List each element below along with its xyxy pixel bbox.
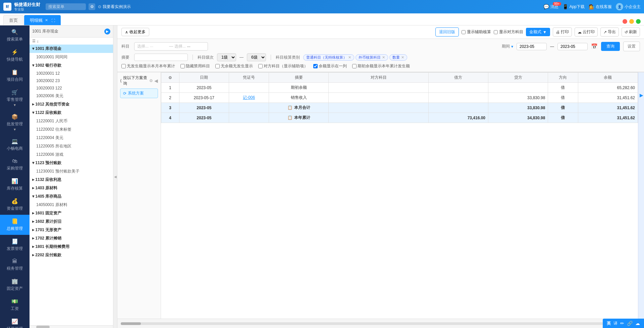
cloud-print-button[interactable]: ☁ 云打印 [575, 27, 598, 37]
sidebar-item-project[interactable]: 📋 项目合同 [0, 66, 30, 86]
sidebar-item-quicknav[interactable]: ⚡ 快捷导航 [0, 46, 30, 66]
link-icon-status[interactable]: 🔗 [627, 321, 633, 326]
back-old-button[interactable]: 退回旧版 [435, 27, 459, 37]
tree-item-1702[interactable]: ▸ 1702 累计摊销 [30, 234, 113, 243]
app-download-button[interactable]: 📱 App下载 [562, 4, 585, 10]
tree-item-1122[interactable]: ▾ 1122 应收账款 [30, 109, 113, 117]
tree-item-14050001[interactable]: 14050001 原材料 [30, 201, 113, 209]
sidebar-item-wholesale[interactable]: 📦 批发管理 ▼ [0, 110, 30, 135]
row-voucher[interactable]: 记-006 [229, 93, 269, 103]
query-collapse-icon[interactable]: ◀ [154, 78, 158, 83]
menu-search-input[interactable] [46, 3, 86, 10]
tree-item-11220006[interactable]: 11220006 游戏 [30, 150, 113, 159]
win-close-button[interactable] [623, 19, 627, 24]
sidebar-item-retail[interactable]: 🛒 零售管理 ▼ [0, 86, 30, 110]
tab-close-icon[interactable]: ✕ [45, 18, 48, 22]
sidebar-item-inventory[interactable]: 📊 库存核算 [0, 175, 30, 195]
date-to-input[interactable] [557, 43, 588, 50]
print-button[interactable]: 🖨 打印 [553, 27, 572, 37]
tree-item-1701[interactable]: ▸ 1701 无形资产 [30, 226, 113, 234]
th-settings[interactable]: ⚙ [161, 73, 179, 83]
tab-detail[interactable]: 明细账 ✕ ⛶ [24, 15, 61, 25]
query-settings-icon[interactable]: ⚙ [149, 78, 153, 83]
checkbox-hide-disabled[interactable]: 隐藏禁用科目 [180, 63, 210, 69]
sidebar-item-ops[interactable]: 📈 经营管理 [0, 315, 30, 328]
message-button[interactable]: 💬 消息 99+ [543, 4, 558, 10]
edit-icon-status[interactable]: ✏ [620, 321, 624, 326]
summary-input[interactable] [134, 54, 188, 61]
tree-item-10020006[interactable]: 10020006 美元 [30, 92, 113, 100]
tree-item-1123[interactable]: ▾ 1123 预付账款 [30, 159, 113, 167]
checkbox-no-balance[interactable]: 无余额无发生显示 [215, 63, 253, 69]
remove-tag-qty[interactable]: ✕ [401, 55, 404, 60]
sidebar-item-purchase[interactable]: 🛍 采购管理 [0, 155, 30, 175]
tab-maximize-icon[interactable]: ⛶ [51, 18, 55, 22]
tree-item-10020002[interactable]: 10020002 23 [30, 77, 113, 84]
win-min-button[interactable] [629, 19, 634, 24]
tree-item-1403[interactable]: ▸ 1403 原材料 [30, 184, 113, 192]
remove-tag-foreign[interactable]: ✕ [382, 55, 385, 60]
account-search-button[interactable]: ▶ [104, 28, 110, 35]
win-max-button[interactable] [636, 19, 641, 24]
show-contra-checkbox[interactable]: 显示对方科目 [494, 29, 523, 35]
tree-item-1132[interactable]: ▸ 1132 应收利息 [30, 176, 113, 184]
query-button[interactable]: 查询 [601, 42, 620, 51]
calendar-icon[interactable]: 📅 [591, 43, 598, 50]
tab-home[interactable]: 首页 [3, 15, 23, 25]
user-menu[interactable]: 👤 小企业主 [616, 3, 641, 10]
checkbox-balance-col[interactable]: 余额显示在一列 [313, 63, 347, 69]
sidebar-item-invoice[interactable]: 🧾 发票管理 [0, 235, 30, 255]
export-button[interactable]: ↗ 导出 [600, 27, 619, 37]
period-dropdown[interactable]: ▾ [511, 44, 513, 49]
translate-btn[interactable]: 英 [607, 321, 611, 326]
show-aux-checkbox[interactable]: 显示辅助核算 [462, 29, 491, 35]
sidebar-item-payroll[interactable]: 💵 工资 [0, 295, 30, 315]
sidebar-item-search[interactable]: 🔍 搜索菜单 [0, 25, 30, 46]
settings-button[interactable]: 设置 [623, 42, 640, 51]
remove-tag-normal[interactable]: ✕ [348, 55, 351, 60]
tree-item-2202[interactable]: ▸ 2202 应付账款 [30, 251, 113, 259]
tree-item-11220001[interactable]: 11220001 人民币 [30, 117, 113, 125]
checkbox-no-amount[interactable]: 无发生额显示本月本年累计 [121, 63, 175, 69]
tree-item-1002[interactable]: ▾ 1002 银行存款 [30, 61, 113, 70]
tree-item-1601[interactable]: ▸ 1601 固定资产 [30, 209, 113, 217]
online-service-button[interactable]: 💁 在线客服 [589, 4, 612, 10]
tree-item-1001[interactable]: ▾ 1001 库存现金 [30, 45, 113, 53]
tree-item-1405[interactable]: ▾ 1405 库存商品 [30, 192, 113, 201]
cloud-icon-status[interactable]: ☁ [635, 321, 640, 326]
sidebar-item-finance[interactable]: 💰 资金管理 [0, 195, 30, 215]
level-from-select[interactable]: 1级2级3级 [217, 53, 236, 61]
tree-item-1602[interactable]: ▸ 1602 累计折旧 [30, 217, 113, 226]
checkbox-ytd[interactable]: 期初余额显示本年累计发生额 [352, 63, 410, 69]
sidebar-item-tax[interactable]: 🏛 税务管理 [0, 255, 30, 275]
demo-link[interactable]: ⊙ 我要看实例演示 [98, 4, 131, 10]
tree-item-1801[interactable]: ▸ 1801 长期待摊费用 [30, 243, 113, 251]
sidebar-item-ecom[interactable]: 💻 小畅电商 [0, 135, 30, 155]
right-panel[interactable]: ▶ [638, 72, 644, 319]
tree-item-10020003[interactable]: 10020003 122 [30, 84, 113, 92]
tree-item-11220002[interactable]: 11220002 往来标签 [30, 125, 113, 134]
tree-item-10020001[interactable]: 10020001 12 [30, 70, 113, 77]
checkbox-contra[interactable]: 对方科目（显示辅助项） [258, 63, 308, 69]
translate-zh-btn[interactable]: 译 [613, 321, 618, 326]
tree-item-11220005[interactable]: 11220005 所在地区 [30, 142, 113, 150]
subject-input-wrap[interactable]: 选择... ··· — 选择... ··· [134, 42, 208, 51]
date-from-input[interactable] [517, 43, 547, 50]
tree-item-1012[interactable]: ▸ 1012 其他货币资金 [30, 100, 113, 109]
level-to-select[interactable]: 6级5级 [247, 53, 266, 61]
system-scheme-item[interactable]: ⟳ 系统方案 [120, 88, 158, 98]
filter-icon[interactable]: ☰ [32, 39, 36, 43]
tree-item-11220004[interactable]: 11220004 美元 [30, 134, 113, 142]
tree-item-11230001[interactable]: 11230001 预付账款美子 [30, 167, 113, 176]
horizontal-scrollbar[interactable] [121, 322, 641, 325]
sort-icon[interactable]: ↕ [37, 39, 39, 43]
row-voucher [229, 103, 269, 113]
sidebar-item-ledger[interactable]: 📒 总账管理 [0, 215, 30, 235]
tree-item-10010001[interactable]: 10010001 同同同 [30, 53, 113, 61]
sidebar-item-assets[interactable]: 🏢 固定资产 [0, 275, 30, 295]
refresh-button[interactable]: ↺ 刷新 [622, 27, 640, 37]
left-collapse-toggle[interactable]: ◀ [113, 25, 117, 328]
settings-icon[interactable]: ⚙ [89, 3, 95, 10]
more-button[interactable]: ∧ 收起更多 [121, 28, 149, 36]
format-button[interactable]: 金额式 ▼ [526, 28, 550, 36]
